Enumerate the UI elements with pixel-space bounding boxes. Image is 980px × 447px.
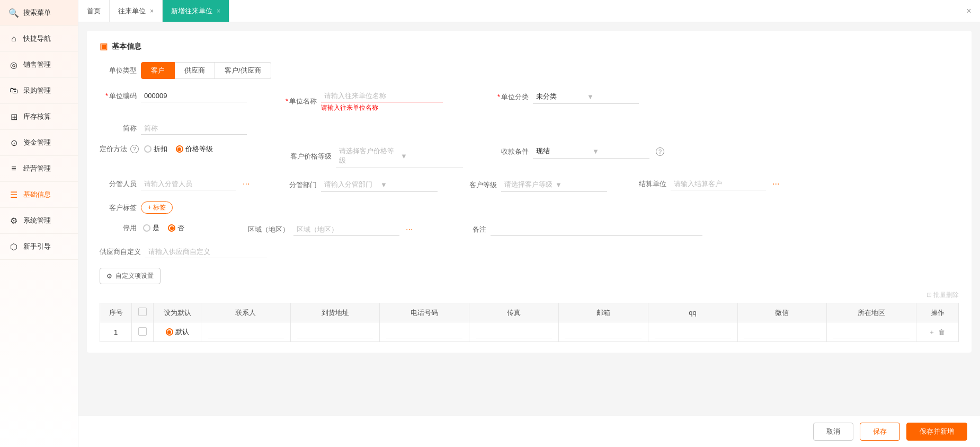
- unit-type-supplier[interactable]: 供应商: [175, 62, 215, 79]
- table-header-row: 序号 设为默认 联系人 到货地址 电话号码 传真 邮箱 qq 微信 所在地区: [100, 303, 959, 322]
- tab-new-partner[interactable]: 新增往来单位 ×: [163, 0, 229, 22]
- form-card: ▣ 基本信息 单位类型 客户 供应商 客户/供应商 *单位编码: [87, 31, 972, 353]
- custom-settings-button[interactable]: ⚙ 自定义项设置: [100, 268, 161, 284]
- abbr-item: 简称: [100, 122, 280, 135]
- category-chevron: ▼: [587, 93, 636, 101]
- row-qq-input[interactable]: [655, 326, 731, 338]
- window-close-button[interactable]: ×: [958, 0, 980, 22]
- sidebar-item-basic[interactable]: ☰ 基础信息: [0, 182, 78, 208]
- settlement-input[interactable]: [671, 178, 766, 190]
- tab-new-partner-close[interactable]: ×: [217, 7, 220, 15]
- name-input[interactable]: [321, 90, 443, 102]
- sidebar-item-guide[interactable]: ⬡ 新手引导: [0, 234, 78, 260]
- pricing-item: 定价方法 ? 折扣 价格等级: [100, 144, 290, 154]
- save-button[interactable]: 保存: [860, 423, 900, 441]
- sidebar-item-finance[interactable]: ⊙ 资金管理: [0, 130, 78, 156]
- region-more-btn[interactable]: ···: [404, 225, 415, 234]
- sidebar-item-quick-nav[interactable]: ⌂ 快捷导航: [0, 26, 78, 52]
- row-contact-input[interactable]: [208, 326, 284, 338]
- tab-partners[interactable]: 往来单位 ×: [110, 0, 163, 22]
- disabled-yes-radio: [143, 224, 150, 232]
- td-contact: [201, 322, 291, 342]
- category-select[interactable]: 未分类 ▼: [533, 90, 639, 104]
- pricing-discount[interactable]: 折扣: [144, 144, 167, 154]
- td-index: 1: [100, 322, 132, 342]
- manager-more-btn[interactable]: ···: [240, 179, 252, 189]
- supplier-custom-input[interactable]: [145, 246, 267, 258]
- disabled-row: 停用 是 否 区域（地区）: [100, 223, 959, 236]
- pricing-help-icon[interactable]: ?: [130, 145, 139, 153]
- td-address: [290, 322, 380, 342]
- supplier-custom-item: 供应商自定义: [100, 246, 301, 258]
- sidebar-item-operations[interactable]: ≡ 经营管理: [0, 156, 78, 182]
- operations-icon: ≡: [8, 163, 19, 174]
- payment-select[interactable]: 现结 ▼: [533, 144, 649, 159]
- row-address-input[interactable]: [297, 326, 373, 338]
- dept-select[interactable]: 请输入分管部门 ▼: [321, 178, 438, 192]
- purchase-icon: 🛍: [8, 85, 19, 96]
- system-icon: ⚙: [8, 215, 19, 226]
- th-default: 设为默认: [154, 303, 201, 322]
- code-label: *单位编码: [100, 91, 137, 101]
- row-region-input[interactable]: [833, 326, 910, 338]
- cancel-button[interactable]: 取消: [813, 423, 853, 441]
- supplier-custom-row: 供应商自定义: [100, 246, 959, 258]
- manager-label: 分管人员: [100, 179, 137, 189]
- settlement-item: 结算单位 ···: [629, 178, 959, 190]
- th-action: 操作: [916, 303, 959, 322]
- row-delete-icon[interactable]: 🗑: [938, 328, 945, 336]
- batch-delete-area[interactable]: ⊡ 批量删除: [100, 291, 959, 300]
- td-email: [558, 322, 648, 342]
- sales-icon: ◎: [8, 59, 19, 70]
- customer-level-select[interactable]: 请选择客户等级 ▼: [501, 178, 607, 192]
- disabled-no[interactable]: 否: [168, 223, 184, 233]
- customer-price-label: 客户价格等级: [290, 152, 332, 161]
- sidebar-item-inventory[interactable]: ⊞ 库存核算: [0, 104, 78, 130]
- pricing-price-level[interactable]: 价格等级: [176, 144, 213, 154]
- pricing-discount-radio: [144, 145, 152, 153]
- payment-help-icon[interactable]: ?: [656, 147, 664, 156]
- sidebar-search[interactable]: 🔍 搜索菜单: [0, 0, 78, 26]
- region-label: 区域（地区）: [248, 225, 289, 234]
- guide-icon: ⬡: [8, 241, 19, 252]
- row-add-icon[interactable]: +: [930, 328, 934, 336]
- sidebar-item-purchase[interactable]: 🛍 采购管理: [0, 78, 78, 104]
- save-new-button[interactable]: 保存并新增: [906, 423, 967, 441]
- row-fax-input[interactable]: [476, 326, 552, 338]
- header-checkbox[interactable]: [138, 308, 147, 316]
- td-wechat: [737, 322, 827, 342]
- name-error-msg: 请输入往来单位名称: [321, 103, 492, 112]
- customer-tag-label: 客户标签: [100, 203, 137, 213]
- customer-price-chevron: ▼: [400, 152, 460, 160]
- tab-home[interactable]: 首页: [78, 0, 110, 22]
- sidebar-item-system[interactable]: ⚙ 系统管理: [0, 208, 78, 234]
- td-fax: [469, 322, 559, 342]
- customer-price-select[interactable]: 请选择客户价格等级 ▼: [336, 144, 463, 168]
- code-name-category-row: *单位编码 *单位名称 请输入往来单位名称: [100, 90, 959, 112]
- main-area: 首页 往来单位 × 新增往来单位 × × ▣ 基本信息 单位类型 客户 供应: [78, 0, 980, 447]
- code-item: *单位编码: [100, 90, 280, 102]
- row-wechat-input[interactable]: [744, 326, 821, 338]
- pricing-radio-group: 折扣 价格等级: [144, 144, 213, 154]
- th-wechat: 微信: [737, 303, 827, 322]
- code-required-star: *: [105, 92, 108, 100]
- row-email-input[interactable]: [565, 326, 642, 338]
- remark-input[interactable]: [491, 223, 702, 236]
- tab-partners-close[interactable]: ×: [150, 7, 154, 15]
- unit-type-both[interactable]: 客户/供应商: [215, 62, 271, 79]
- payment-chevron: ▼: [592, 147, 646, 155]
- unit-type-customer[interactable]: 客户: [141, 62, 175, 79]
- row-phone-input[interactable]: [386, 326, 462, 338]
- manager-input[interactable]: [141, 178, 236, 190]
- code-input[interactable]: [141, 90, 247, 102]
- region-input[interactable]: [293, 223, 399, 236]
- row-default-radio[interactable]: 默认: [160, 327, 194, 337]
- abbr-input[interactable]: [141, 122, 247, 135]
- th-qq: qq: [648, 303, 737, 322]
- add-tag-button[interactable]: + 标签: [141, 201, 173, 214]
- sidebar: 🔍 搜索菜单 ⌂ 快捷导航 ◎ 销售管理 🛍 采购管理 ⊞ 库存核算 ⊙ 资金管…: [0, 0, 78, 447]
- sidebar-item-sales[interactable]: ◎ 销售管理: [0, 52, 78, 78]
- row-checkbox[interactable]: [138, 327, 147, 336]
- disabled-yes[interactable]: 是: [143, 223, 159, 233]
- settlement-more-btn[interactable]: ···: [770, 179, 781, 189]
